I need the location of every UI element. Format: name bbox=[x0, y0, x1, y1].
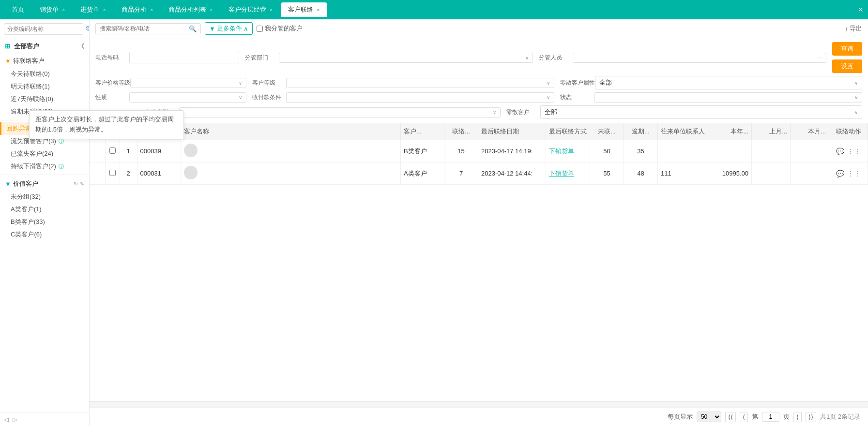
col-unread-header[interactable]: 未联... bbox=[590, 123, 624, 140]
filter-field-price-level: 客户价格等级 ∨ bbox=[95, 78, 246, 88]
price-level-label: 客户价格等级 bbox=[95, 79, 130, 87]
col-last-way-header[interactable]: 最后联络方式 bbox=[546, 123, 590, 140]
tab-customer-contact[interactable]: 客户联络 × bbox=[281, 2, 326, 17]
status-select[interactable]: ∨ bbox=[594, 92, 862, 103]
customer-level-select[interactable]: ∨ bbox=[286, 78, 554, 88]
manager-select[interactable]: ··· bbox=[573, 53, 826, 63]
col-last-month-header[interactable]: 上月... bbox=[752, 123, 791, 140]
col-type-header[interactable]: 客户... bbox=[401, 123, 444, 140]
sidebar-item-tomorrow[interactable]: 明天待联络(1) bbox=[0, 80, 89, 93]
filter-field-dept: 分管部门 ∨ bbox=[245, 53, 533, 63]
per-page-select[interactable]: 50 10 20 100 bbox=[697, 411, 721, 422]
row1-chat-icon[interactable]: 💬 bbox=[836, 147, 844, 155]
sidebar-search-input[interactable] bbox=[4, 23, 83, 35]
retail-customer-select[interactable]: 全部 ∨ bbox=[540, 105, 862, 119]
sidebar-item-class-a[interactable]: A类客户(1) bbox=[0, 203, 89, 216]
export-btn[interactable]: ↑ 导出 bbox=[845, 24, 863, 33]
next-page-btn[interactable]: ⟩ bbox=[793, 412, 802, 422]
row1-check[interactable] bbox=[105, 140, 120, 162]
sidebar-item-today[interactable]: 今天待联络(0) bbox=[0, 68, 89, 80]
my-customers-checkbox[interactable] bbox=[257, 26, 263, 32]
col-contact-header[interactable]: 联络... bbox=[444, 123, 478, 140]
value-group-refresh-icon[interactable]: ↻ bbox=[74, 181, 78, 187]
retail-attr-label: 零散客户属性 bbox=[560, 79, 595, 87]
col-this-month-header[interactable]: 本月... bbox=[791, 123, 829, 140]
row1-name bbox=[181, 140, 401, 162]
payment-select[interactable]: ∨ bbox=[286, 92, 554, 103]
tab-analysis[interactable]: 商品分析 × bbox=[115, 2, 160, 17]
filter-field-status: 状态 ∨ bbox=[560, 92, 862, 103]
value-arrow-icon: ▼ bbox=[5, 180, 11, 188]
tab-home[interactable]: 首页 bbox=[5, 2, 31, 17]
row2-last-way-link[interactable]: 下销货单 bbox=[549, 170, 574, 177]
row2-more-icon[interactable]: ⋮⋮ bbox=[847, 170, 861, 177]
phone-input[interactable] bbox=[129, 52, 239, 63]
filter-search-icon[interactable]: 🔍 bbox=[189, 25, 197, 32]
sidebar-item-decline[interactable]: 持续下滑客户(2) ⓘ bbox=[0, 160, 89, 173]
per-page-label: 每页显示 bbox=[668, 412, 693, 421]
filter-more-btn[interactable]: ▼ 更多条件 ∧ bbox=[205, 22, 253, 35]
row1-this-month bbox=[791, 140, 829, 162]
price-level-select[interactable]: ∨ bbox=[130, 78, 246, 88]
sidebar-item-7days[interactable]: 近7天待联络(0) bbox=[0, 93, 89, 105]
close-analysis-list-tab[interactable]: × bbox=[210, 7, 213, 13]
sidebar-pending-group[interactable]: ▼ 待联络客户 bbox=[0, 54, 89, 68]
gender-arrow: ∨ bbox=[239, 95, 242, 100]
customer-type-select[interactable]: ∨ bbox=[179, 107, 501, 118]
prev-page-btn[interactable]: ⟨ bbox=[740, 412, 748, 422]
lost-predict-hint-icon[interactable]: ⓘ bbox=[59, 138, 64, 144]
sidebar-search-icon[interactable]: 🔍 bbox=[85, 26, 90, 33]
row2-name bbox=[181, 162, 401, 185]
col-overdue-header[interactable]: 逾期... bbox=[624, 123, 658, 140]
sidebar-collapse-icon[interactable]: 《 bbox=[78, 42, 84, 51]
row1-more-icon[interactable]: ⋮⋮ bbox=[847, 147, 861, 155]
top-nav: 首页 销货单 × 进货单 × 商品分析 × 商品分析列表 × 客户分层经营 × … bbox=[0, 0, 868, 19]
value-group-edit-icons: ↻ ✎ bbox=[74, 181, 84, 187]
close-sales-tab[interactable]: × bbox=[62, 7, 65, 13]
close-customer-contact-tab[interactable]: × bbox=[317, 7, 320, 13]
sidebar-all-customers[interactable]: ⊞ 全部客户 《 bbox=[0, 39, 89, 54]
close-analysis-tab[interactable]: × bbox=[150, 7, 153, 13]
col-last-date-header[interactable]: 最后联络日期 bbox=[478, 123, 546, 140]
retail-customer-arrow: ∨ bbox=[854, 110, 858, 115]
row1-num: 1 bbox=[120, 140, 137, 162]
tab-analysis-list[interactable]: 商品分析列表 × bbox=[162, 2, 219, 17]
sidebar-item-class-c[interactable]: C类客户(6) bbox=[0, 228, 89, 241]
row1-contact-count: 15 bbox=[444, 140, 478, 162]
close-purchase-tab[interactable]: × bbox=[103, 7, 106, 13]
tab-customer-tier[interactable]: 客户分层经营 × bbox=[222, 2, 279, 17]
col-unit-contact-header[interactable]: 往来单位联系人 bbox=[658, 123, 708, 140]
decline-hint-icon[interactable]: ⓘ bbox=[59, 163, 64, 169]
close-all-button[interactable]: × bbox=[858, 5, 863, 14]
sidebar-item-lost[interactable]: 已流失客户(24) bbox=[0, 147, 89, 160]
col-year-header[interactable]: 本年... bbox=[708, 123, 752, 140]
row2-this-month bbox=[791, 162, 829, 185]
last-page-btn[interactable]: ⟩⟩ bbox=[806, 412, 816, 422]
tab-purchase[interactable]: 进货单 × bbox=[74, 2, 112, 17]
filter-row-3: 性质 ∨ 收付款条件 ∨ 状态 bbox=[95, 92, 862, 103]
sidebar-value-group[interactable]: ▼ 价值客户 ↻ ✎ bbox=[0, 177, 89, 191]
tab-sales[interactable]: 销货单 × bbox=[33, 2, 72, 17]
dept-select[interactable]: ∨ bbox=[279, 53, 533, 63]
set-button[interactable]: 设置 bbox=[832, 59, 862, 73]
table-scrollbar[interactable] bbox=[90, 401, 868, 407]
sidebar-item-ungroup[interactable]: 未分组(32) bbox=[0, 191, 89, 203]
close-customer-tier-tab[interactable]: × bbox=[270, 7, 273, 13]
row1-last-way-link[interactable]: 下销货单 bbox=[549, 147, 574, 155]
first-page-btn[interactable]: ⟨⟨ bbox=[725, 412, 736, 422]
col-name-header[interactable]: 客户名称 bbox=[181, 123, 401, 140]
row2-chat-icon[interactable]: 💬 bbox=[836, 170, 844, 177]
page-input[interactable] bbox=[762, 412, 779, 422]
row2-checkbox[interactable] bbox=[109, 170, 116, 176]
row2-last-way: 下销货单 bbox=[546, 162, 590, 185]
retail-attr-select[interactable]: 全部 ∨ bbox=[595, 76, 862, 89]
row2-check[interactable] bbox=[105, 162, 120, 185]
sidebar-nav-left-icon[interactable]: ◁ bbox=[4, 416, 9, 423]
filter-search-input[interactable] bbox=[100, 25, 187, 32]
sidebar-nav-right-icon[interactable]: ▷ bbox=[13, 416, 17, 423]
sidebar-item-class-b[interactable]: B类客户(33) bbox=[0, 216, 89, 228]
gender-select[interactable]: ∨ bbox=[129, 92, 246, 103]
row1-checkbox[interactable] bbox=[109, 147, 116, 154]
query-button[interactable]: 查询 bbox=[832, 42, 862, 56]
value-group-edit-icon[interactable]: ✎ bbox=[80, 181, 84, 187]
